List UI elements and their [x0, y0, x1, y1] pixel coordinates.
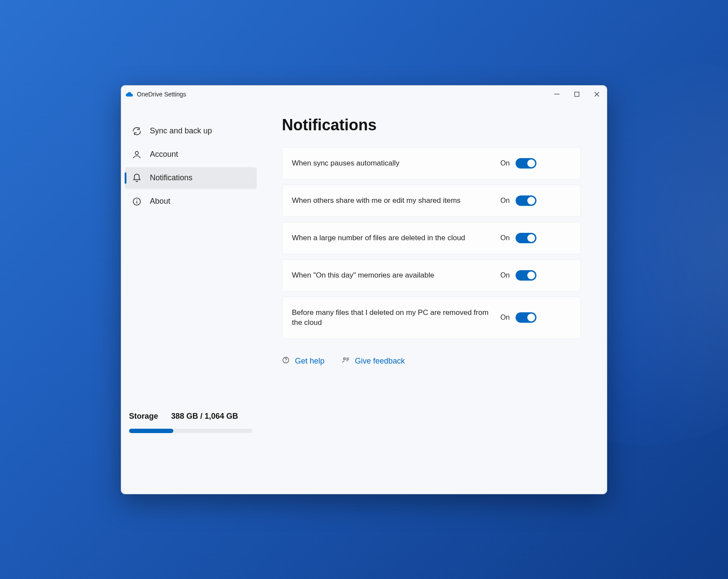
main-panel: Notifications When sync pauses automatic… [260, 103, 607, 494]
setting-row: When "On this day" memories are availabl… [282, 259, 581, 291]
onedrive-settings-window: OneDrive Settings Sync and back up [121, 85, 607, 494]
toggle-group: On [500, 312, 536, 323]
setting-label: Before many files that I deleted on my P… [292, 308, 492, 328]
toggle-state-label: On [500, 234, 510, 242]
svg-rect-1 [575, 92, 579, 96]
toggle-group: On [500, 158, 536, 169]
sidebar-item-label: Notifications [150, 173, 192, 182]
footer-links: Get help Give feedback [282, 356, 581, 366]
toggle-state-label: On [500, 159, 510, 167]
toggle-switch[interactable] [516, 233, 536, 243]
setting-row: Before many files that I deleted on my P… [282, 297, 581, 339]
page-title: Notifications [282, 116, 581, 134]
toggle-state-label: On [500, 271, 510, 279]
sidebar-item-sync[interactable]: Sync and back up [125, 120, 257, 142]
toggle-switch[interactable] [516, 158, 536, 169]
setting-row: When sync pauses automaticallyOn [282, 147, 581, 179]
toggle-group: On [500, 195, 536, 206]
setting-row: When a large number of files are deleted… [282, 222, 581, 254]
window-controls [547, 86, 607, 103]
svg-point-2 [135, 151, 138, 154]
svg-point-8 [344, 358, 346, 360]
svg-point-7 [285, 361, 286, 362]
sidebar-item-label: About [150, 197, 170, 206]
sync-icon [132, 126, 142, 136]
toggle-switch[interactable] [516, 270, 536, 281]
person-icon [132, 150, 142, 159]
sidebar-nav: Sync and back up Account Notifications [125, 120, 257, 212]
setting-label: When "On this day" memories are availabl… [292, 270, 492, 281]
close-button[interactable] [587, 86, 607, 103]
sidebar: Sync and back up Account Notifications [121, 103, 260, 494]
get-help-link[interactable]: Get help [282, 356, 324, 366]
get-help-label: Get help [295, 357, 324, 366]
svg-point-5 [136, 199, 137, 200]
sidebar-item-about[interactable]: About [125, 191, 257, 212]
toggle-switch[interactable] [516, 312, 536, 323]
storage-progress-fill [129, 429, 173, 433]
give-feedback-link[interactable]: Give feedback [342, 356, 405, 366]
window-title: OneDrive Settings [137, 91, 186, 98]
setting-label: When others share with me or edit my sha… [292, 195, 492, 206]
storage-progress-bar [129, 429, 252, 433]
info-icon [132, 197, 142, 206]
toggle-state-label: On [500, 314, 510, 321]
storage-label: Storage [129, 412, 158, 421]
minimize-button[interactable] [547, 86, 567, 103]
toggle-group: On [500, 270, 536, 281]
settings-list: When sync pauses automaticallyOnWhen oth… [282, 147, 581, 339]
storage-section: Storage 388 GB / 1,064 GB [125, 412, 257, 485]
storage-value: 388 GB / 1,064 GB [171, 412, 238, 421]
toggle-group: On [500, 233, 536, 243]
window-body: Sync and back up Account Notifications [121, 103, 607, 494]
setting-label: When sync pauses automatically [292, 158, 492, 169]
sidebar-item-label: Sync and back up [150, 126, 212, 136]
titlebar-left: OneDrive Settings [126, 90, 547, 98]
sidebar-item-notifications[interactable]: Notifications [125, 167, 257, 189]
maximize-button[interactable] [567, 86, 587, 103]
onedrive-cloud-icon [126, 90, 133, 98]
setting-label: When a large number of files are deleted… [292, 233, 492, 243]
sidebar-item-label: Account [150, 150, 178, 159]
toggle-switch[interactable] [516, 195, 536, 206]
titlebar[interactable]: OneDrive Settings [121, 86, 607, 103]
setting-row: When others share with me or edit my sha… [282, 185, 581, 217]
feedback-icon [342, 356, 350, 366]
svg-rect-0 [554, 94, 559, 94]
toggle-state-label: On [500, 197, 510, 205]
give-feedback-label: Give feedback [355, 357, 405, 366]
sidebar-item-account[interactable]: Account [125, 144, 257, 165]
help-icon [282, 356, 290, 366]
bell-icon [132, 173, 142, 183]
